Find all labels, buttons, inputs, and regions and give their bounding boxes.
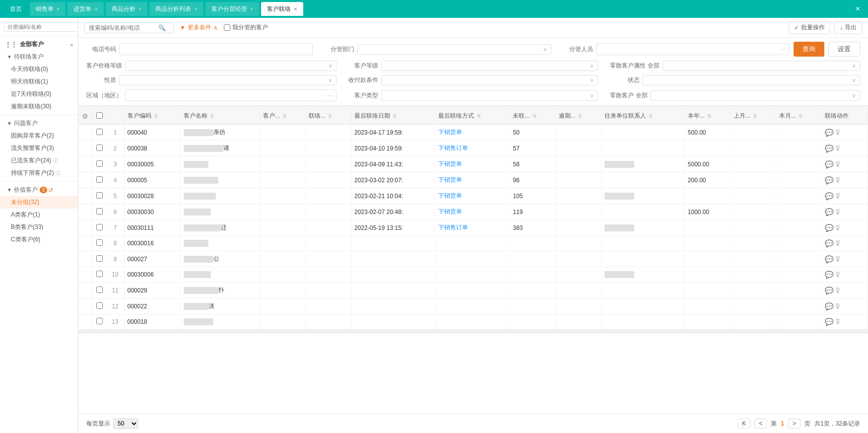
action-chat-icon-3[interactable]: 💬: [825, 176, 833, 184]
action-chat-icon-7[interactable]: 💬: [825, 239, 833, 247]
action-chat-icon-9[interactable]: 💬: [825, 271, 833, 279]
filter-nature-select[interactable]: ∨: [119, 75, 336, 85]
action-grid-icon-4[interactable]: ⊽: [835, 192, 840, 200]
filter-person-input[interactable]: ···: [596, 43, 790, 55]
nav-purchase-close[interactable]: ×: [94, 6, 97, 12]
filter-phone-input[interactable]: [119, 43, 313, 55]
row-check-6[interactable]: [96, 224, 103, 230]
action-chat-icon-2[interactable]: 💬: [825, 160, 833, 168]
action-grid-icon-5[interactable]: ⊽: [835, 208, 840, 216]
nav-tab-customer-segment[interactable]: 客户分层经营 ×: [205, 2, 259, 16]
filter-person-dots[interactable]: ···: [780, 46, 785, 53]
filter-status-select[interactable]: ∨: [643, 75, 860, 85]
filter-search-input[interactable]: [89, 24, 158, 31]
horizontal-scrollbar[interactable]: [78, 330, 868, 334]
nav-tab-home[interactable]: 首页: [4, 2, 28, 16]
action-chat-icon-10[interactable]: 💬: [825, 287, 833, 294]
row-last-way-link-6[interactable]: 下销售订单: [438, 224, 468, 231]
filter-price-grade-select[interactable]: ∨: [125, 61, 336, 71]
row-last-way-link-4[interactable]: 下销货单: [438, 192, 462, 199]
action-chat-icon-6[interactable]: 💬: [825, 224, 833, 232]
row-check-12[interactable]: [96, 318, 103, 324]
sidebar-item-tomorrow[interactable]: 明天待联络(1): [0, 75, 78, 88]
nav-tab-product-analysis[interactable]: 商品分析 ×: [106, 2, 147, 16]
action-grid-icon-10[interactable]: ⊽: [835, 287, 840, 294]
col-header-gear[interactable]: ⚙: [78, 108, 92, 125]
row-check-3[interactable]: [96, 176, 103, 183]
row-check-10[interactable]: [96, 287, 103, 293]
filter-search-icon[interactable]: 🔍: [158, 24, 166, 31]
sidebar-item-abnormal[interactable]: 固购异常客户(2): [0, 130, 78, 142]
row-check-4[interactable]: [96, 192, 103, 199]
sidebar-group-pending[interactable]: ▼ 待联络客户: [0, 51, 78, 63]
filter-payment-select[interactable]: ∨: [381, 75, 599, 85]
action-chat-icon-5[interactable]: 💬: [825, 208, 833, 216]
action-grid-icon-1[interactable]: ⊽: [835, 144, 840, 152]
filter-cust-grade-select[interactable]: ∨: [381, 61, 599, 71]
query-button[interactable]: 查询: [794, 42, 824, 57]
gear-icon[interactable]: ⚙: [82, 112, 88, 120]
action-grid-icon-7[interactable]: ⊽: [835, 239, 840, 247]
nav-product-analysis-close[interactable]: ×: [138, 6, 141, 12]
footer-prev-btn[interactable]: <: [754, 419, 767, 429]
filter-more-conditions[interactable]: ▼ 更多条件 ∧: [180, 23, 218, 32]
nav-tab-sales[interactable]: 销售单 ×: [30, 2, 66, 16]
action-grid-icon-9[interactable]: ⊽: [835, 271, 840, 279]
sidebar-item-class-b[interactable]: B类客户(33): [0, 221, 78, 233]
export-button[interactable]: ↓ 导出: [834, 21, 862, 34]
action-grid-icon-3[interactable]: ⊽: [835, 176, 840, 184]
sidebar-item-warning[interactable]: 流失预警客户(3): [0, 142, 78, 154]
nav-customer-contact-close[interactable]: ×: [294, 6, 297, 12]
nav-tab-purchase[interactable]: 进货单 ×: [67, 2, 103, 16]
row-check-8[interactable]: [96, 255, 103, 262]
sidebar-item-7days[interactable]: 近7天待联络(0): [0, 88, 78, 100]
sidebar-search-input[interactable]: [4, 22, 78, 32]
sidebar-item-ungroup[interactable]: 未分组(32): [0, 196, 78, 209]
filter-dept-select[interactable]: ∨: [357, 44, 551, 55]
row-last-way-link-0[interactable]: 下销货单: [438, 129, 462, 136]
sidebar-value-refresh[interactable]: ↺: [48, 187, 53, 194]
sidebar-item-today[interactable]: 今天待联络(0): [0, 63, 78, 75]
action-grid-icon-12[interactable]: ⊽: [835, 318, 840, 326]
filter-region-dots[interactable]: ···: [327, 92, 332, 99]
filter-scattered-select[interactable]: ∨: [651, 90, 860, 101]
nav-customer-segment-close[interactable]: ×: [250, 6, 253, 12]
footer-page-size-select[interactable]: 50 100: [113, 418, 138, 429]
action-chat-icon-12[interactable]: 💬: [825, 318, 833, 326]
sidebar-item-class-c[interactable]: C类客户(6): [0, 233, 78, 246]
row-last-way-link-3[interactable]: 下销货单: [438, 176, 462, 183]
reset-button[interactable]: 设置: [828, 42, 860, 57]
action-chat-icon-4[interactable]: 💬: [825, 192, 833, 200]
sidebar-all-customers[interactable]: ⋮⋮ 全部客户 «: [0, 36, 78, 51]
row-check-11[interactable]: [96, 302, 103, 309]
row-last-way-link-2[interactable]: 下销货单: [438, 160, 462, 167]
sidebar-item-overdue[interactable]: 逾期未联络(30): [0, 100, 78, 113]
filter-cust-type-select[interactable]: ∨: [381, 90, 599, 101]
row-check-5[interactable]: [96, 208, 103, 215]
action-chat-icon-1[interactable]: 💬: [825, 144, 833, 152]
nav-tab-customer-contact[interactable]: 客户联络 ×: [261, 2, 303, 16]
footer-next-btn[interactable]: >: [788, 419, 801, 429]
row-check-9[interactable]: [96, 271, 103, 277]
sidebar-group-problem[interactable]: ▼ 问题客户: [0, 117, 78, 130]
row-check-2[interactable]: [96, 160, 103, 167]
select-all-check[interactable]: [96, 112, 103, 119]
filter-region-input[interactable]: ···: [125, 89, 336, 101]
filter-scattered-attr-select[interactable]: ∨: [663, 61, 860, 71]
sidebar-group-value[interactable]: ▼ 价值客户 8 ↺: [0, 184, 78, 196]
action-grid-icon-11[interactable]: ⊽: [835, 302, 840, 310]
action-grid-icon-0[interactable]: ⊽: [835, 129, 840, 137]
filter-my-customers-check[interactable]: [224, 24, 230, 31]
sidebar-collapse-icon[interactable]: «: [70, 42, 73, 48]
nav-close-all[interactable]: ×: [852, 3, 864, 14]
row-check-7[interactable]: [96, 239, 103, 246]
nav-tab-product-list[interactable]: 商品分析列表 ×: [149, 2, 203, 16]
row-last-way-link-1[interactable]: 下销售订单: [438, 144, 468, 151]
row-check-1[interactable]: [96, 144, 103, 151]
sidebar-item-declining[interactable]: 持续下滑客户(2) ⓘ: [0, 167, 78, 179]
sidebar-item-class-a[interactable]: A类客户(1): [0, 209, 78, 221]
action-chat-icon-8[interactable]: 💬: [825, 255, 833, 263]
action-chat-icon-11[interactable]: 💬: [825, 302, 833, 310]
sidebar-item-lost[interactable]: 已流失客户(24) ⓘ: [0, 154, 78, 167]
action-grid-icon-2[interactable]: ⊽: [835, 160, 840, 168]
